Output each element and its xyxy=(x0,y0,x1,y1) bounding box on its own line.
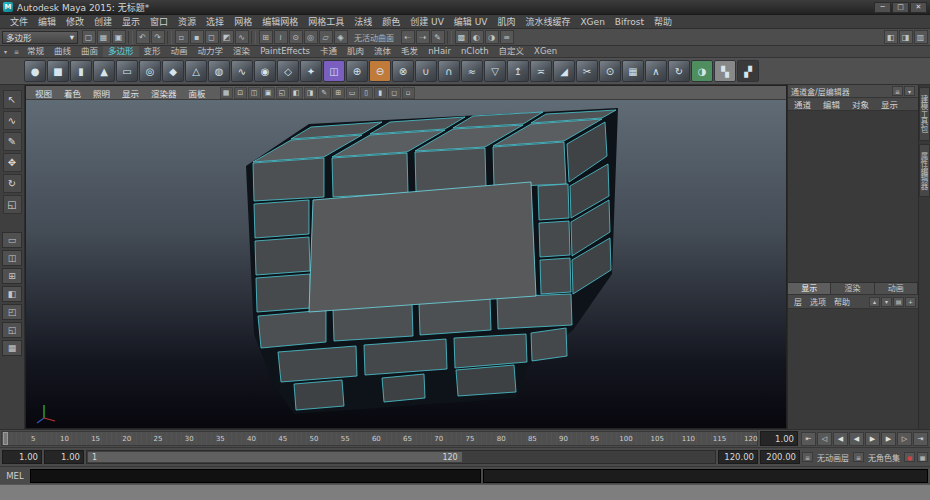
render-current-frame-icon[interactable]: ◐ xyxy=(470,30,484,44)
symmetry-icon[interactable]: ◑ xyxy=(691,60,713,82)
shelf-tab[interactable]: 流体 xyxy=(369,46,396,57)
select-tool-icon[interactable]: ↖ xyxy=(3,90,22,109)
toggle-channel-box-icon[interactable]: ▥ xyxy=(914,30,928,44)
command-input[interactable] xyxy=(30,469,481,483)
shelf-menu-icon[interactable]: ≡ xyxy=(11,47,22,57)
separate-icon[interactable]: ⊖ xyxy=(369,60,391,82)
poly-cylinder-icon[interactable]: ▮ xyxy=(70,60,92,82)
boolean-difference-icon[interactable]: ∩ xyxy=(438,60,460,82)
2d-pan-zoom-icon[interactable]: ◧ xyxy=(290,87,303,99)
step-forward-key-button[interactable]: ▷ xyxy=(897,432,912,446)
render-settings-icon[interactable]: ≡ xyxy=(500,30,514,44)
safe-title-icon[interactable]: ▫ xyxy=(402,87,415,99)
menu-item[interactable]: 编辑 UV xyxy=(449,15,493,28)
menu-item[interactable]: 窗口 xyxy=(145,15,173,28)
sidebar-vertical-tab[interactable]: 建模工具包 xyxy=(919,87,930,141)
play-backwards-button[interactable]: ◀ xyxy=(849,432,864,446)
menu-item[interactable]: 网格工具 xyxy=(303,15,349,28)
sidebar-vertical-tab[interactable]: 属性编辑器 xyxy=(919,144,930,198)
target-weld-icon[interactable]: ⊙ xyxy=(599,60,621,82)
menu-item[interactable]: 修改 xyxy=(61,15,89,28)
shelf-tab[interactable]: 动力学 xyxy=(193,46,229,57)
poly-prism-icon[interactable]: ◆ xyxy=(162,60,184,82)
shelf-tab-menu-icon[interactable]: ▾ xyxy=(0,47,11,57)
layer-editor-tab[interactable]: 渲染 xyxy=(831,283,874,294)
channel-box-menu-item[interactable]: 对象 xyxy=(846,98,875,110)
animation-preferences-button[interactable]: ▦ xyxy=(917,452,928,462)
menu-set-dropdown[interactable]: 多边形 ▾ xyxy=(2,31,78,44)
minimize-button[interactable]: ─ xyxy=(874,2,891,13)
go-to-end-button[interactable]: ⇥ xyxy=(913,432,928,446)
overscan-icon[interactable]: ◨ xyxy=(304,87,317,99)
snap-projected-center-icon[interactable]: ◎ xyxy=(304,30,318,44)
platonic-solid-icon[interactable]: ◇ xyxy=(277,60,299,82)
save-scene-icon[interactable]: ▣ xyxy=(112,30,126,44)
poly-soccer-icon[interactable]: ◉ xyxy=(254,60,276,82)
shelf-tab[interactable]: 自定义 xyxy=(494,46,530,57)
poly-torus-icon[interactable]: ◎ xyxy=(139,60,161,82)
select-mask-mesh-icon[interactable]: ◩ xyxy=(220,30,234,44)
poly-pyramid-icon[interactable]: △ xyxy=(185,60,207,82)
poly-helix-icon[interactable]: ∿ xyxy=(231,60,253,82)
menu-item[interactable]: XGen xyxy=(575,17,609,27)
grid-toggle-icon[interactable]: ⊞ xyxy=(332,87,345,99)
scale-tool-icon[interactable]: ◱ xyxy=(3,195,22,214)
shelf-tab[interactable]: 渲染 xyxy=(228,46,255,57)
menu-item[interactable]: 编辑网格 xyxy=(257,15,303,28)
anim-layer-dropdown[interactable]: 无动画层 xyxy=(815,452,851,463)
step-forward-frame-button[interactable]: ▶ xyxy=(881,432,896,446)
make-live-icon[interactable]: ◈ xyxy=(334,30,348,44)
menu-item[interactable]: 流水线缓存 xyxy=(520,15,575,28)
cb-menu-icon[interactable]: ≡ xyxy=(892,86,903,96)
viewport-menu-item[interactable]: 面板 xyxy=(183,87,212,99)
construction-history-icon[interactable]: ✎ xyxy=(431,30,445,44)
new-scene-icon[interactable]: ▢ xyxy=(82,30,96,44)
snap-view-plane-icon[interactable]: ▱ xyxy=(319,30,333,44)
quad-draw-icon[interactable]: ▦ xyxy=(622,60,644,82)
poly-cube-icon[interactable]: ■ xyxy=(47,60,69,82)
channel-box-body[interactable] xyxy=(788,111,918,283)
animation-start-field[interactable]: 1.00 xyxy=(2,450,42,464)
layer-up-icon[interactable]: ▴ xyxy=(869,297,880,307)
lasso-select-tool-icon[interactable]: ∿ xyxy=(3,111,22,130)
close-button[interactable]: ✕ xyxy=(910,2,927,13)
uv-checker-icon[interactable]: ▞ xyxy=(737,60,759,82)
shelf-tab[interactable]: 动画 xyxy=(166,46,193,57)
poly-cone-icon[interactable]: ▲ xyxy=(93,60,115,82)
poly-sphere-icon[interactable]: ● xyxy=(24,60,46,82)
persp-outliner-layout-button[interactable]: ◧ xyxy=(2,286,22,302)
shelf-tab[interactable]: XGen xyxy=(529,46,562,57)
select-camera-icon[interactable]: ▦ xyxy=(220,87,233,99)
viewport-menu-item[interactable]: 渲染器 xyxy=(145,87,183,99)
checker-icon[interactable]: ▚ xyxy=(714,60,736,82)
bridge-icon[interactable]: ≍ xyxy=(530,60,552,82)
shelf-tab[interactable]: 曲面 xyxy=(76,46,103,57)
menu-item[interactable]: 创建 xyxy=(89,15,117,28)
playback-end-field[interactable]: 120.00 xyxy=(718,450,758,464)
combine-icon[interactable]: ⊕ xyxy=(346,60,368,82)
poly-plane-icon[interactable]: ▭ xyxy=(116,60,138,82)
extrude-icon[interactable]: ↥ xyxy=(507,60,529,82)
smooth-icon[interactable]: ≈ xyxy=(461,60,483,82)
toggle-modeling-toolkit-icon[interactable]: ◧ xyxy=(884,30,898,44)
character-set-dropdown[interactable]: 无角色集 xyxy=(866,452,902,463)
menu-item[interactable]: 创建 UV xyxy=(405,15,449,28)
undo-icon[interactable]: ↶ xyxy=(136,30,150,44)
play-forwards-button[interactable]: ▶ xyxy=(865,432,880,446)
output-connections-icon[interactable]: ⇢ xyxy=(416,30,430,44)
render-view-icon[interactable]: ▩ xyxy=(455,30,469,44)
command-language-toggle[interactable]: MEL xyxy=(2,471,28,481)
select-object-icon[interactable]: ▪ xyxy=(190,30,204,44)
viewport-menu-item[interactable]: 照明 xyxy=(87,87,116,99)
layer-editor-menu-item[interactable]: 帮助 xyxy=(830,296,854,307)
current-frame-field[interactable]: 1.00 xyxy=(760,431,798,446)
spin-edge-icon[interactable]: ↻ xyxy=(668,60,690,82)
menu-item[interactable]: 帮助 xyxy=(649,15,677,28)
anim-layer-menu-icon[interactable]: ≡ xyxy=(802,452,813,462)
new-layer-icon[interactable]: + xyxy=(905,297,916,307)
current-time-marker[interactable] xyxy=(3,432,8,445)
shelf-tab[interactable]: 毛发 xyxy=(396,46,423,57)
menu-item[interactable]: 肌肉 xyxy=(492,15,520,28)
ipr-render-icon[interactable]: ◑ xyxy=(485,30,499,44)
channel-box-menu-item[interactable]: 显示 xyxy=(875,98,904,110)
